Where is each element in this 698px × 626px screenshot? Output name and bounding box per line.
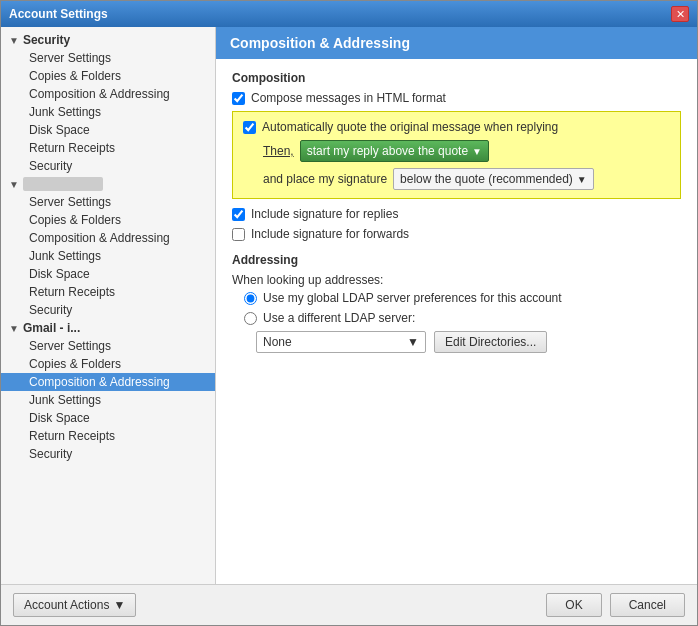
sidebar-item-s2-comp[interactable]: Composition & Addressing	[1, 229, 215, 247]
sidebar-item-s1-copies[interactable]: Copies & Folders	[1, 67, 215, 85]
addressing-label: Addressing	[232, 253, 681, 267]
sidebar-item-s3-copies[interactable]: Copies & Folders	[1, 355, 215, 373]
sidebar-section-3[interactable]: ▼ Gmail - i...	[1, 319, 215, 337]
sidebar-item-s1-server[interactable]: Server Settings	[1, 49, 215, 67]
section2-arrow: ▼	[9, 179, 19, 190]
place-sig-label: and place my signature	[263, 172, 387, 186]
window: Account Settings ✕ ▼ Security Server Set…	[0, 0, 698, 626]
account-actions-arrow: ▼	[113, 598, 125, 612]
html-format-label: Compose messages in HTML format	[251, 91, 446, 105]
reply-position-arrow: ▼	[472, 146, 482, 157]
auto-quote-checkbox[interactable]	[243, 121, 256, 134]
panel-body: Composition Compose messages in HTML for…	[216, 59, 697, 584]
diff-ldap-row: Use a different LDAP server:	[232, 311, 681, 325]
none-dropdown-arrow: ▼	[407, 335, 419, 349]
sidebar-item-s2-server[interactable]: Server Settings	[1, 193, 215, 211]
include-sig-forwards-label: Include signature for forwards	[251, 227, 409, 241]
include-sig-forwards-row: Include signature for forwards	[232, 227, 681, 241]
addressing-section: Addressing When looking up addresses: Us…	[232, 253, 681, 353]
sidebar-item-s3-receipts[interactable]: Return Receipts	[1, 427, 215, 445]
sidebar-item-s1-receipts[interactable]: Return Receipts	[1, 139, 215, 157]
sidebar-item-s2-receipts[interactable]: Return Receipts	[1, 283, 215, 301]
sidebar-section1-label: Security	[23, 33, 70, 47]
sidebar-item-s3-comp[interactable]: Composition & Addressing	[1, 373, 215, 391]
content-area: ▼ Security Server Settings Copies & Fold…	[1, 27, 697, 584]
reply-position-label: start my reply above the quote	[307, 144, 468, 158]
sidebar-item-s3-security[interactable]: Security	[1, 445, 215, 463]
diff-ldap-radio[interactable]	[244, 312, 257, 325]
sig-placement-row: and place my signature below the quote (…	[243, 168, 670, 190]
sig-position-dropdown[interactable]: below the quote (recommended) ▼	[393, 168, 594, 190]
sidebar-item-s2-disk[interactable]: Disk Space	[1, 265, 215, 283]
highlighted-block: Automatically quote the original message…	[232, 111, 681, 199]
edit-directories-button[interactable]: Edit Directories...	[434, 331, 547, 353]
sidebar-item-s1-security[interactable]: Security	[1, 157, 215, 175]
sidebar-section3-label: Gmail - i...	[23, 321, 80, 335]
account-actions-button[interactable]: Account Actions ▼	[13, 593, 136, 617]
sidebar-section2-items: Server Settings Copies & Folders Composi…	[1, 193, 215, 319]
close-button[interactable]: ✕	[671, 6, 689, 22]
html-format-row: Compose messages in HTML format	[232, 91, 681, 105]
then-row: Then, start my reply above the quote ▼	[243, 140, 670, 162]
title-bar: Account Settings ✕	[1, 1, 697, 27]
window-title: Account Settings	[9, 7, 108, 21]
sidebar-section-1[interactable]: ▼ Security	[1, 31, 215, 49]
include-sig-forwards-checkbox[interactable]	[232, 228, 245, 241]
none-label: None	[263, 335, 292, 349]
cancel-button[interactable]: Cancel	[610, 593, 685, 617]
global-ldap-row: Use my global LDAP server preferences fo…	[232, 291, 681, 305]
include-sig-replies-label: Include signature for replies	[251, 207, 398, 221]
include-sig-replies-checkbox[interactable]	[232, 208, 245, 221]
account-actions-label: Account Actions	[24, 598, 109, 612]
sidebar: ▼ Security Server Settings Copies & Fold…	[1, 27, 216, 584]
sig-position-arrow: ▼	[577, 174, 587, 185]
sidebar-item-s2-junk[interactable]: Junk Settings	[1, 247, 215, 265]
then-label: Then,	[263, 144, 294, 158]
none-dropdown[interactable]: None ▼	[256, 331, 426, 353]
sidebar-item-s3-disk[interactable]: Disk Space	[1, 409, 215, 427]
sidebar-item-s1-junk[interactable]: Junk Settings	[1, 103, 215, 121]
html-format-checkbox[interactable]	[232, 92, 245, 105]
global-ldap-radio[interactable]	[244, 292, 257, 305]
reply-position-dropdown[interactable]: start my reply above the quote ▼	[300, 140, 489, 162]
diff-ldap-label: Use a different LDAP server:	[263, 311, 415, 325]
composition-label: Composition	[232, 71, 681, 85]
section1-arrow: ▼	[9, 35, 19, 46]
bottom-bar: Account Actions ▼ OK Cancel	[1, 584, 697, 625]
panel-header: Composition & Addressing	[216, 27, 697, 59]
sidebar-item-s3-junk[interactable]: Junk Settings	[1, 391, 215, 409]
sidebar-item-s1-comp[interactable]: Composition & Addressing	[1, 85, 215, 103]
sidebar-item-s1-disk[interactable]: Disk Space	[1, 121, 215, 139]
sidebar-section1-items: Server Settings Copies & Folders Composi…	[1, 49, 215, 175]
sidebar-section2-label	[23, 177, 103, 191]
sidebar-item-s3-server[interactable]: Server Settings	[1, 337, 215, 355]
ldap-dir-row: None ▼ Edit Directories...	[232, 331, 681, 353]
global-ldap-label: Use my global LDAP server preferences fo…	[263, 291, 562, 305]
sidebar-item-s2-security[interactable]: Security	[1, 301, 215, 319]
sig-position-label: below the quote (recommended)	[400, 172, 573, 186]
sidebar-section3-items: Server Settings Copies & Folders Composi…	[1, 337, 215, 463]
auto-quote-row: Automatically quote the original message…	[243, 120, 670, 134]
bottom-right: OK Cancel	[546, 593, 685, 617]
ok-button[interactable]: OK	[546, 593, 601, 617]
include-sig-replies-row: Include signature for replies	[232, 207, 681, 221]
looking-up-label: When looking up addresses:	[232, 273, 681, 287]
sidebar-item-s2-copies[interactable]: Copies & Folders	[1, 211, 215, 229]
section3-arrow: ▼	[9, 323, 19, 334]
auto-quote-label: Automatically quote the original message…	[262, 120, 558, 134]
main-panel: Composition & Addressing Composition Com…	[216, 27, 697, 584]
sidebar-section-2[interactable]: ▼	[1, 175, 215, 193]
